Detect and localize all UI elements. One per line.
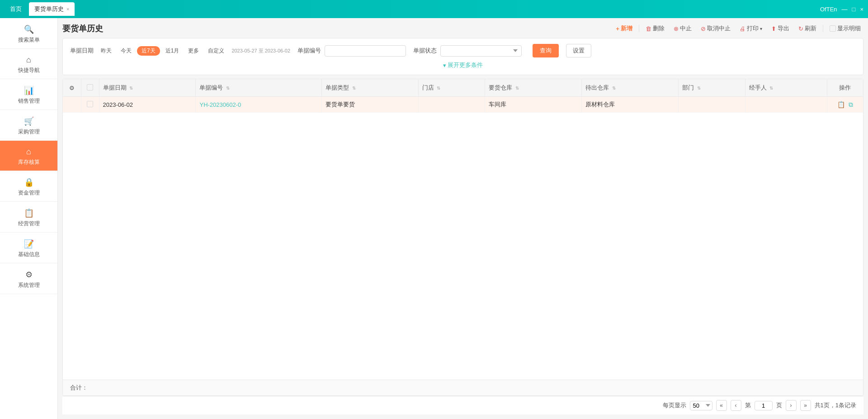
page-label: 第 <box>745 401 751 409</box>
sidebar-item-sales[interactable]: 📊 销售管理 <box>0 79 57 110</box>
row-docno-link[interactable]: YH-20230602-0 <box>199 101 241 108</box>
col-pendwh-sort-icon[interactable]: ⇅ <box>612 86 616 90</box>
table-header-row: ⚙ 单据日期 ⇅ 单据编号 ⇅ 单据类型 <box>63 79 863 97</box>
row-checkbox[interactable] <box>87 101 93 107</box>
sidebar-item-search-menu[interactable]: 🔍 搜索菜单 <box>0 18 57 49</box>
export-button[interactable]: ⬆ 导出 <box>769 23 792 34</box>
minimize-icon[interactable]: — <box>842 6 848 13</box>
sidebar-basics-label: 基础信息 <box>18 251 40 258</box>
last-page-button[interactable]: » <box>800 400 811 411</box>
close-tab-icon[interactable]: × <box>66 6 69 12</box>
brand-label: OfTEn <box>820 6 837 13</box>
sidebar-item-purchase[interactable]: 🛒 采购管理 <box>0 110 57 141</box>
col-date-sort-icon[interactable]: ⇅ <box>129 86 133 90</box>
select-all-checkbox[interactable] <box>87 84 93 90</box>
sidebar-item-quick-nav[interactable]: ⌂ 快捷导航 <box>0 49 57 79</box>
add-icon: + <box>616 25 619 32</box>
col-docno-sort-icon[interactable]: ⇅ <box>226 86 230 90</box>
status-select[interactable] <box>440 45 522 57</box>
show-detail-label: 显示明细 <box>837 24 861 33</box>
top-bar: 首页 要货单历史 × OfTEn — □ × <box>0 0 868 18</box>
date-btn-7days[interactable]: 近7天 <box>137 46 160 56</box>
col-dept-sort-icon[interactable]: ⇅ <box>697 86 701 90</box>
sidebar-item-system[interactable]: ⚙ 系统管理 <box>0 263 57 294</box>
col-date-label: 单据日期 <box>103 84 127 91</box>
col-settings[interactable]: ⚙ <box>63 79 81 97</box>
row-docno[interactable]: YH-20230602-0 <box>196 97 321 113</box>
doc-no-label: 单据编号 <box>297 47 321 55</box>
row-checkbox-cell[interactable] <box>81 97 99 113</box>
settings-button[interactable]: 设置 <box>566 44 591 57</box>
print-button[interactable]: 🖨 打印 ▾ <box>737 23 765 34</box>
main-table: ⚙ 单据日期 ⇅ 单据编号 ⇅ 单据类型 <box>63 79 863 113</box>
col-store-header: 门店 ⇅ <box>418 79 485 97</box>
next-page-button[interactable]: › <box>786 400 797 411</box>
sidebar-inventory-label: 库存核算 <box>18 158 40 166</box>
sidebar-item-basics[interactable]: 📝 基础信息 <box>0 233 57 263</box>
active-tab-label: 要货单历史 <box>34 5 64 13</box>
first-page-button[interactable]: « <box>716 400 727 411</box>
sidebar-system-label: 系统管理 <box>18 281 40 289</box>
col-reqwh-header: 要货仓库 ⇅ <box>485 79 582 97</box>
col-handler-label: 经手人 <box>749 84 767 91</box>
sidebar-purchase-label: 采购管理 <box>18 128 40 136</box>
per-page-label: 每页显示 <box>663 401 686 409</box>
refresh-icon: ↻ <box>798 25 803 32</box>
home-tab-label: 首页 <box>10 5 22 13</box>
sidebar: 🔍 搜索菜单 ⌂ 快捷导航 📊 销售管理 🛒 采购管理 ⌂ 库存核算 🔒 资金管… <box>0 18 58 419</box>
sidebar-item-operations[interactable]: 📋 经营管理 <box>0 202 57 233</box>
col-doctype-sort-icon[interactable]: ⇅ <box>352 86 356 90</box>
maximize-icon[interactable]: □ <box>852 6 856 13</box>
show-detail-checkbox[interactable]: 显示明细 <box>827 23 863 34</box>
date-btn-1month[interactable]: 近1月 <box>162 46 183 56</box>
date-btn-today[interactable]: 今天 <box>117 46 135 56</box>
inventory-icon: ⌂ <box>26 147 31 157</box>
cancel-stop-button[interactable]: ⊘ 取消中止 <box>698 23 733 34</box>
sidebar-item-inventory[interactable]: ⌂ 库存核算 <box>0 141 57 171</box>
row-store <box>418 97 485 113</box>
active-tab[interactable]: 要货单历史 × <box>29 2 75 16</box>
table-footer: 合计： <box>63 380 863 395</box>
col-checkbox-header[interactable] <box>81 79 99 97</box>
date-btn-more[interactable]: 更多 <box>184 46 203 56</box>
home-tab[interactable]: 首页 <box>5 2 27 16</box>
col-docno-label: 单据编号 <box>199 84 223 91</box>
table-spacer <box>63 113 863 380</box>
refresh-label: 刷新 <box>805 24 816 33</box>
col-handler-sort-icon[interactable]: ⇅ <box>769 86 773 90</box>
window-close-icon[interactable]: × <box>860 6 863 13</box>
stop-button[interactable]: ⊗ 中止 <box>671 23 694 34</box>
expand-btn[interactable]: ▾ 展开更多条件 <box>443 61 483 69</box>
date-filter-group: 单据日期 昨天 今天 近7天 近1月 更多 自定义 2023-05-27 至 2… <box>70 46 290 56</box>
cancel-stop-label: 取消中止 <box>707 24 731 33</box>
cancel-stop-icon: ⊘ <box>701 25 706 32</box>
date-btn-custom[interactable]: 自定义 <box>204 46 228 56</box>
col-handler-header: 经手人 ⇅ <box>745 79 827 97</box>
per-page-select[interactable]: 50 10 20 100 <box>690 401 712 410</box>
row-date: 2023-06-02 <box>99 97 196 113</box>
col-pendwh-header: 待出仓库 ⇅ <box>582 79 679 97</box>
doc-no-input[interactable] <box>325 45 406 57</box>
add-button[interactable]: + 新增 <box>613 23 635 34</box>
pagination-bar: 每页显示 50 10 20 100 « ‹ 第 页 › » 共1页，1条记录 <box>62 396 863 414</box>
sales-icon: 📊 <box>24 86 34 95</box>
query-button[interactable]: 查询 <box>533 44 559 57</box>
row-pendwh: 原材料仓库 <box>582 97 679 113</box>
date-btn-yesterday[interactable]: 昨天 <box>97 46 115 56</box>
col-docno-header: 单据编号 ⇅ <box>196 79 321 97</box>
sidebar-sales-label: 销售管理 <box>18 97 40 105</box>
col-store-sort-icon[interactable]: ⇅ <box>437 86 440 90</box>
filter-row: 单据日期 昨天 今天 近7天 近1月 更多 自定义 2023-05-27 至 2… <box>70 44 856 57</box>
row-copy-icon[interactable]: ⧉ <box>849 101 853 108</box>
refresh-button[interactable]: ↻ 刷新 <box>796 23 819 34</box>
col-reqwh-sort-icon[interactable]: ⇅ <box>515 86 519 90</box>
delete-button[interactable]: 🗑 删除 <box>643 23 667 34</box>
show-detail-checkbox-box[interactable] <box>830 25 836 32</box>
page-input[interactable] <box>755 401 773 410</box>
row-doctype: 要货单要货 <box>321 97 418 113</box>
row-edit-icon[interactable]: 📋 <box>837 101 845 108</box>
col-reqwh-label: 要货仓库 <box>489 84 512 91</box>
prev-page-button[interactable]: ‹ <box>731 400 741 411</box>
sidebar-item-finance[interactable]: 🔒 资金管理 <box>0 171 57 202</box>
system-icon: ⚙ <box>25 270 33 280</box>
